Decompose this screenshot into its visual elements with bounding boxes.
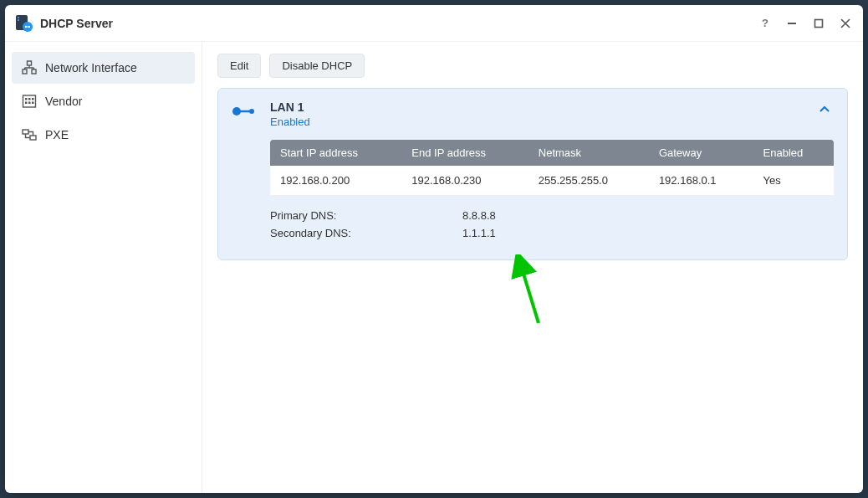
cell-gateway: 192.168.0.1 (649, 166, 753, 196)
lan-panel: LAN 1 Enabled Start IP address End IP ad… (217, 88, 848, 260)
cell-start-ip: 192.168.0.200 (270, 166, 401, 196)
close-icon[interactable] (838, 16, 853, 31)
app-window: DHCP Server ? Network Interface (5, 5, 863, 493)
panel-title-block: LAN 1 Enabled (270, 100, 310, 128)
svg-point-28 (232, 107, 241, 116)
svg-rect-2 (18, 19, 19, 21)
connection-icon (232, 104, 257, 122)
svg-rect-22 (32, 98, 34, 100)
primary-dns-value: 8.8.8.8 (462, 209, 496, 222)
svg-rect-20 (25, 98, 28, 100)
network-icon (22, 60, 37, 75)
cell-enabled: Yes (753, 166, 834, 196)
svg-rect-19 (23, 95, 36, 107)
table-header-row: Start IP address End IP address Netmask … (270, 140, 834, 166)
dns-info: Primary DNS: 8.8.8.8 Secondary DNS: 1.1.… (270, 209, 834, 239)
secondary-dns-row: Secondary DNS: 1.1.1.1 (270, 227, 834, 239)
col-start-ip: Start IP address (270, 140, 401, 166)
svg-rect-26 (23, 130, 28, 134)
app-icon (15, 14, 33, 33)
edit-button[interactable]: Edit (217, 54, 261, 78)
main-pane: Edit Disable DHCP LAN 1 Enabled (202, 42, 863, 493)
window-controls: ? (758, 16, 853, 31)
pxe-icon (22, 127, 37, 142)
cell-netmask: 255.255.255.0 (528, 166, 649, 196)
app-title: DHCP Server (40, 17, 758, 30)
chevron-up-icon[interactable] (815, 100, 834, 122)
svg-point-30 (249, 109, 254, 114)
toolbar: Edit Disable DHCP (217, 54, 848, 78)
sidebar-item-network-interface[interactable]: Network Interface (12, 52, 195, 84)
sidebar-item-label: PXE (45, 128, 69, 141)
sidebar-item-pxe[interactable]: PXE (12, 119, 195, 151)
secondary-dns-label: Secondary DNS: (270, 227, 462, 239)
sidebar-item-label: Vendor (45, 95, 82, 108)
col-netmask: Netmask (528, 140, 649, 166)
svg-rect-27 (30, 136, 36, 140)
sidebar-item-vendor[interactable]: Vendor (12, 85, 195, 117)
primary-dns-row: Primary DNS: 8.8.8.8 (270, 209, 834, 222)
svg-rect-21 (28, 98, 31, 100)
vendor-icon (22, 94, 37, 109)
col-enabled: Enabled (753, 140, 834, 166)
svg-rect-25 (32, 102, 34, 105)
cell-end-ip: 192.168.0.230 (401, 166, 528, 196)
svg-rect-14 (28, 61, 32, 65)
maximize-icon[interactable] (811, 16, 826, 31)
sidebar: Network Interface Vendor PXE (5, 42, 202, 493)
col-end-ip: End IP address (401, 140, 528, 166)
disable-dhcp-button[interactable]: Disable DHCP (269, 54, 365, 78)
content-area: Network Interface Vendor PXE Edit Disabl… (5, 42, 863, 493)
svg-rect-9 (815, 19, 823, 27)
sidebar-item-label: Network Interface (45, 61, 137, 74)
svg-rect-23 (25, 102, 28, 105)
interface-name: LAN 1 (270, 100, 310, 114)
svg-text:?: ? (762, 18, 768, 29)
svg-rect-13 (32, 69, 36, 74)
ip-range-table: Start IP address End IP address Netmask … (270, 140, 834, 196)
svg-rect-24 (28, 102, 31, 105)
svg-rect-12 (23, 69, 27, 74)
secondary-dns-value: 1.1.1.1 (462, 227, 496, 239)
minimize-icon[interactable] (784, 16, 799, 31)
help-icon[interactable]: ? (758, 16, 773, 31)
panel-header: LAN 1 Enabled (232, 100, 834, 128)
titlebar: DHCP Server ? (5, 5, 863, 42)
svg-rect-1 (18, 17, 19, 18)
table-row[interactable]: 192.168.0.200 192.168.0.230 255.255.255.… (270, 166, 834, 196)
col-gateway: Gateway (649, 140, 753, 166)
primary-dns-label: Primary DNS: (270, 209, 462, 222)
interface-status: Enabled (270, 116, 310, 128)
